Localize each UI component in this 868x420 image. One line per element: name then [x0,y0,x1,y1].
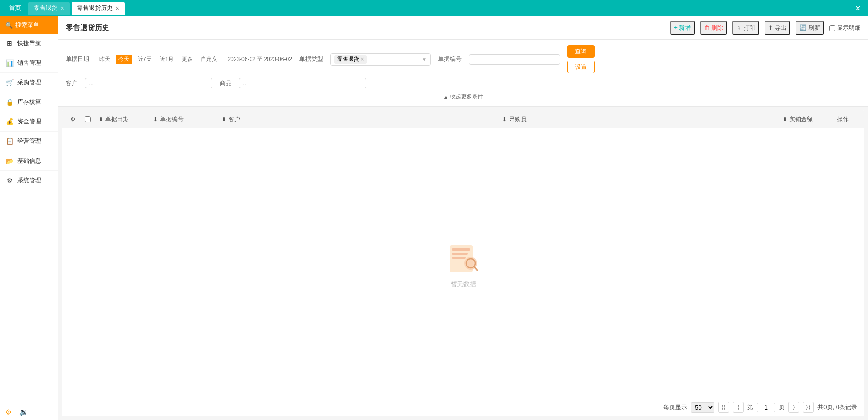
th-guide-icon: ⬍ [502,116,507,123]
th-action: 操作 [833,115,861,123]
volume-icon[interactable]: 🔉 [19,408,28,416]
lock-icon: 🔒 [5,98,14,106]
settings-icon[interactable]: ⚙ [5,408,12,416]
table-header: ⚙ ⬍ 单据日期 ⬍ 单据编号 ⬍ 客户 ⬍ 导购员 [62,110,864,128]
page-input[interactable] [757,403,775,412]
show-detail-checkbox[interactable]: 显示明细 [829,24,861,32]
tab-bar: 首页 零售退货 ✕ 零售退货历史 ✕ ✕ [0,0,868,16]
search-icon: 🔍 [5,22,13,29]
goods-select[interactable]: ... [239,78,366,88]
date-btn-today[interactable]: 今天 [116,55,132,64]
type-label: 单据类型 [299,55,323,63]
empty-state: 暂无数据 [62,128,864,398]
sidebar-item-inventory-label: 库存核算 [17,98,41,106]
money-icon: 💰 [5,118,14,126]
filter-row-1: 单据日期 昨天 今天 近7天 近1月 更多 自定义 2023-06-02 至 2… [66,45,861,73]
th-customer-icon: ⬍ [221,116,226,123]
type-select[interactable]: 零售退货 × ▼ [330,53,431,66]
empty-text: 暂无数据 [451,280,476,288]
setting-button[interactable]: 设置 [567,61,595,73]
sidebar-search[interactable]: 🔍 搜索菜单 [0,16,58,34]
action-buttons: 查询 设置 [567,45,595,73]
sidebar-item-finance-mgmt[interactable]: 💰 资金管理 [0,112,58,132]
date-btn-yesterday[interactable]: 昨天 [97,55,113,64]
sidebar-item-purchase-mgmt[interactable]: 🛒 采购管理 [0,73,58,92]
date-btn-7days[interactable]: 近7天 [135,55,154,64]
th-customer[interactable]: ⬍ 客户 [218,115,498,123]
show-detail-input[interactable] [829,25,835,31]
collapse-icon: ▲ [443,94,449,100]
tab-retail-return-history[interactable]: 零售退货历史 ✕ [72,2,125,15]
number-label: 单据编号 [438,55,462,63]
toolbar: + 新增 🗑 删除 🖨 打印 ⬆ 导出 🔄 刷新 显示明细 [670,21,861,35]
type-tag-close[interactable]: × [361,56,364,62]
tab-retail-return[interactable]: 零售退货 ✕ [28,2,70,15]
add-button[interactable]: + 新增 [670,21,694,35]
tab-retail-return-history-label: 零售退货历史 [77,4,113,12]
sidebar-item-operation-mgmt-label: 经营管理 [17,137,41,145]
sidebar-item-basic-info[interactable]: 📂 基础信息 [0,151,58,171]
print-button[interactable]: 🖨 打印 [732,21,759,35]
per-page-select[interactable]: 50 100 200 [691,402,714,413]
th-sn-text: 单据编号 [160,115,184,123]
refresh-button[interactable]: 🔄 刷新 [796,21,824,35]
filter-row-2: 客户 ... 商品 ... [66,78,861,88]
customer-select[interactable]: ... [85,78,212,88]
sidebar-item-inventory[interactable]: 🔒 库存核算 [0,92,58,112]
prev-page-button[interactable]: ⟨ [733,402,744,413]
th-sn-label: ⬍ [153,116,158,123]
page-unit: 页 [779,403,785,411]
sidebar-item-operation-mgmt[interactable]: 📋 经营管理 [0,132,58,151]
window-close-button[interactable]: ✕ [851,4,864,13]
sidebar-item-quick-nav[interactable]: ⊞ 快捷导航 [0,34,58,53]
sidebar-item-finance-mgmt-label: 资金管理 [17,118,41,126]
th-amount[interactable]: ⬍ 实销金额 [779,115,833,123]
th-date-text: 单据日期 [105,115,129,123]
export-button[interactable]: ⬆ 导出 [765,21,791,35]
goods-label: 商品 [220,79,231,87]
tab-retail-return-history-close[interactable]: ✕ [115,5,119,11]
show-detail-label: 显示明细 [837,24,861,32]
date-range: 2023-06-02 至 2023-06-02 [227,56,292,63]
table-select-all[interactable] [80,116,95,122]
goods-placeholder: ... [243,80,248,87]
collapse-button[interactable]: ▲ 收起更多条件 [443,93,483,101]
filter-area: 单据日期 昨天 今天 近7天 近1月 更多 自定义 2023-06-02 至 2… [58,40,868,107]
tab-retail-return-label: 零售退货 [34,4,57,12]
total-text: 共0页, 0条记录 [817,403,857,411]
date-btn-custom[interactable]: 自定义 [198,55,220,64]
delete-button[interactable]: 🗑 删除 [700,21,727,35]
sidebar-bottom: ⚙ 🔉 [0,404,58,420]
type-dropdown-icon: ▼ [422,57,426,62]
select-all-checkbox[interactable] [85,116,91,122]
next-page-button[interactable]: ⟩ [788,402,799,413]
sidebar-item-system-mgmt-label: 系统管理 [17,176,41,184]
th-sn[interactable]: ⬍ 单据编号 [149,115,218,123]
table-settings-icon[interactable]: ⚙ [66,116,80,123]
th-amount-text: 实销金额 [789,115,813,123]
query-button[interactable]: 查询 [567,45,595,58]
page-label: 第 [747,403,753,411]
page-header: 零售退货历史 + 新增 🗑 删除 🖨 打印 ⬆ 导出 🔄 刷新 显示明细 [58,16,868,40]
th-guide-text: 导购员 [509,115,527,123]
sidebar-item-basic-info-label: 基础信息 [17,157,41,165]
th-customer-text: 客户 [228,115,240,123]
date-btn-more[interactable]: 更多 [179,55,195,64]
first-page-button[interactable]: ⟨⟨ [718,402,729,413]
th-guide[interactable]: ⬍ 导购员 [498,115,779,123]
sidebar-item-sales-mgmt-label: 销售管理 [17,59,41,67]
last-page-button[interactable]: ⟩⟩ [803,402,814,413]
tab-home[interactable]: 首页 [4,2,26,15]
collapse-label: 收起更多条件 [450,93,483,101]
sidebar-item-system-mgmt[interactable]: ⚙ 系统管理 [0,171,58,190]
tab-retail-return-close[interactable]: ✕ [60,5,64,11]
th-action-text: 操作 [837,115,849,123]
sidebar-search-label: 搜索菜单 [15,21,39,29]
type-tag-container: 零售退货 × [334,55,367,64]
th-date[interactable]: ⬍ 单据日期 [95,115,149,123]
date-group: 昨天 今天 近7天 近1月 更多 自定义 [97,55,220,64]
customer-placeholder: ... [89,80,94,87]
number-input[interactable] [469,54,560,65]
sidebar-item-sales-mgmt[interactable]: 📊 销售管理 [0,53,58,73]
date-btn-1month[interactable]: 近1月 [157,55,177,64]
